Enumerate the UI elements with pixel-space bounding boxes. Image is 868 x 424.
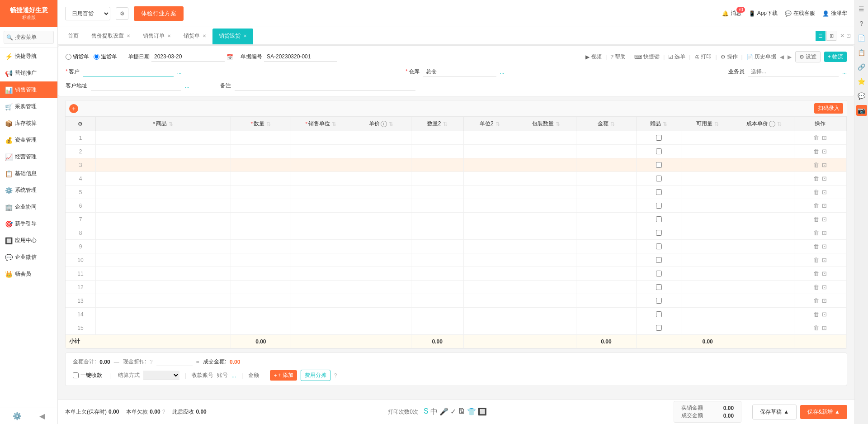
delete-row-btn[interactable]: 🗑	[813, 229, 819, 236]
add-expense-btn[interactable]: + + 添加	[270, 370, 297, 381]
scan-btn[interactable]: 扫码录入	[814, 103, 843, 114]
cell-0[interactable]	[231, 294, 291, 308]
cell-0[interactable]	[231, 145, 291, 158]
cell-3[interactable]	[411, 226, 463, 240]
delete-row-btn[interactable]: 🗑	[813, 284, 819, 291]
cell-3[interactable]	[411, 145, 463, 158]
cost-price-cell[interactable]	[734, 199, 794, 213]
product-cell[interactable]	[95, 253, 231, 267]
gift-checkbox[interactable]	[656, 203, 662, 209]
cost-price-cell[interactable]	[734, 131, 794, 145]
unit-price-info-icon[interactable]: i	[381, 121, 387, 127]
tab-price-setting[interactable]: 售价提取设置 ✕	[85, 29, 137, 44]
gift-checkbox[interactable]	[656, 271, 662, 276]
save-new-btn[interactable]: 保存&新增 ▲	[800, 405, 847, 419]
cell-4[interactable]	[463, 253, 516, 267]
calendar-icon[interactable]: 📅	[226, 54, 233, 60]
customer-ellipsis-btn[interactable]: ...	[177, 69, 182, 75]
remark-input[interactable]	[235, 81, 415, 91]
cell-5[interactable]	[516, 186, 576, 199]
cell-4[interactable]	[463, 267, 516, 281]
cell-3[interactable]	[411, 308, 463, 321]
tab-price-setting-close[interactable]: ✕	[127, 33, 130, 38]
cell-1[interactable]	[291, 294, 351, 308]
cell-2[interactable]	[351, 281, 411, 294]
cost-price-info-icon[interactable]: i	[769, 121, 775, 127]
right-panel-icon-6[interactable]: ⭐	[856, 76, 867, 87]
cell-4[interactable]	[463, 131, 516, 145]
cost-price-cell[interactable]	[734, 158, 794, 172]
delete-row-btn[interactable]: 🗑	[813, 324, 819, 331]
cell-2[interactable]	[351, 158, 411, 172]
sidebar-collapse-icon[interactable]: ◀	[39, 412, 45, 420]
sidebar-item-member[interactable]: 👑 畅会员	[0, 266, 57, 282]
th-available-sort[interactable]: ⇅	[714, 121, 719, 127]
discount-help-icon[interactable]: ?	[150, 359, 153, 365]
toolbar-icon-6[interactable]: 👕	[467, 407, 476, 417]
cell-5[interactable]	[516, 240, 576, 253]
available-cell[interactable]	[681, 240, 734, 253]
available-cell[interactable]	[681, 321, 734, 335]
cell-6[interactable]	[576, 308, 636, 321]
cell-4[interactable]	[463, 199, 516, 213]
cost-price-cell[interactable]	[734, 281, 794, 294]
cell-2[interactable]	[351, 145, 411, 158]
cell-0[interactable]	[231, 226, 291, 240]
th-pack-qty-sort[interactable]: ⇅	[556, 121, 560, 127]
cell-2[interactable]	[351, 226, 411, 240]
gift-checkbox[interactable]	[656, 325, 662, 331]
cell-2[interactable]	[351, 321, 411, 335]
gift-checkbox[interactable]	[656, 298, 662, 304]
staff-input[interactable]	[748, 67, 839, 76]
cell-2[interactable]	[351, 186, 411, 199]
warehouse-input[interactable]	[423, 67, 496, 76]
right-panel-icon-8[interactable]: 📷	[856, 105, 867, 116]
cell-5[interactable]	[516, 131, 576, 145]
single-debt-help[interactable]: ?	[162, 409, 165, 415]
cost-price-cell[interactable]	[734, 145, 794, 158]
cell-1[interactable]	[291, 199, 351, 213]
gift-checkbox[interactable]	[656, 162, 662, 168]
available-cell[interactable]	[681, 172, 734, 186]
tab-sales-return-close[interactable]: ✕	[243, 33, 247, 38]
history-next-icon[interactable]: ▶	[788, 54, 792, 60]
radio-sales-order[interactable]: 销货单	[66, 53, 89, 61]
th-amount-sort[interactable]: ⇅	[610, 121, 615, 127]
cost-price-cell[interactable]	[734, 172, 794, 186]
product-cell[interactable]	[95, 131, 231, 145]
product-cell[interactable]	[95, 199, 231, 213]
cost-price-cell[interactable]	[734, 240, 794, 253]
logistics-btn[interactable]: + 物流	[824, 52, 847, 62]
copy-row-btn[interactable]: ⊡	[822, 134, 827, 141]
copy-row-btn[interactable]: ⊡	[822, 324, 827, 331]
customer-input[interactable]	[83, 67, 174, 76]
experience-btn[interactable]: 体验行业方案	[134, 6, 184, 21]
available-cell[interactable]	[681, 226, 734, 240]
cell-4[interactable]	[463, 240, 516, 253]
delete-row-btn[interactable]: 🗑	[813, 202, 819, 209]
cell-0[interactable]	[231, 240, 291, 253]
delete-row-btn[interactable]: 🗑	[813, 175, 819, 182]
cell-3[interactable]	[411, 186, 463, 199]
delete-row-btn[interactable]: 🗑	[813, 216, 819, 223]
sidebar-item-inventory[interactable]: 📦 库存核算	[0, 115, 57, 132]
product-cell[interactable]	[95, 145, 231, 158]
cost-price-cell[interactable]	[734, 294, 794, 308]
history-btn[interactable]: 📄 历史单据	[746, 53, 776, 61]
copy-row-btn[interactable]: ⊡	[822, 243, 827, 250]
delete-row-btn[interactable]: 🗑	[813, 148, 819, 155]
gift-checkbox[interactable]	[656, 284, 662, 290]
sidebar-item-basic[interactable]: 📋 基础信息	[0, 165, 57, 182]
cell-6[interactable]	[576, 199, 636, 213]
topbar-gear-button[interactable]: ⚙	[116, 7, 128, 20]
delete-row-btn[interactable]: 🗑	[813, 243, 819, 250]
available-cell[interactable]	[681, 199, 734, 213]
cell-5[interactable]	[516, 172, 576, 186]
cell-4[interactable]	[463, 213, 516, 226]
copy-row-btn[interactable]: ⊡	[822, 216, 827, 223]
cell-4[interactable]	[463, 281, 516, 294]
cell-3[interactable]	[411, 172, 463, 186]
cell-1[interactable]	[291, 253, 351, 267]
copy-row-btn[interactable]: ⊡	[822, 189, 827, 195]
cell-3[interactable]	[411, 240, 463, 253]
